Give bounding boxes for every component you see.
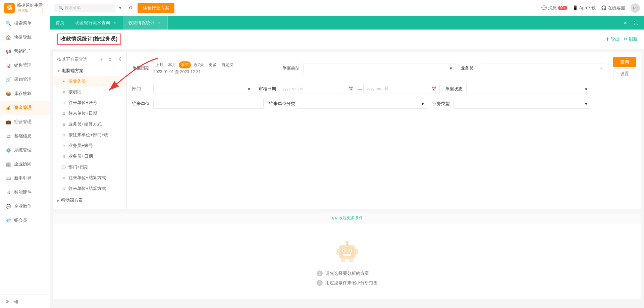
partner-input[interactable]: ··· [153, 99, 264, 109]
scheme-item-dept-date[interactable]: 🕐 部门+日期 [53, 162, 126, 172]
date-tab-7days[interactable]: 近7天 [192, 61, 206, 68]
tab-maximize-btn[interactable]: ⛶ [632, 19, 640, 27]
date-tab-this-year[interactable]: 本年 [179, 61, 191, 68]
table-icon: ⊡ [61, 100, 66, 105]
svg-point-6 [350, 250, 352, 252]
scheme-group-mobile[interactable]: ▶ 移动端方案 [53, 195, 126, 205]
user-avatar[interactable]: Rit [631, 3, 640, 13]
cart-icon: 🛒 [5, 76, 11, 83]
biz-type-input[interactable]: ▾ [453, 99, 590, 109]
export-icon: ⬆ [606, 37, 609, 42]
scheme-collapse-btn[interactable]: 《 [115, 56, 122, 63]
tab-bank[interactable]: 现金银行流水查询 × [70, 16, 123, 30]
scheme-group-desktop[interactable]: ▼ 电脑端方案 [53, 66, 126, 76]
app-download-btn[interactable]: 📱 App下载 [573, 5, 596, 11]
review-date-end[interactable]: yyyy-mm-dd 📅 [363, 84, 440, 94]
message-btn[interactable]: 💬 消息 99+ [541, 5, 567, 11]
filter-field-date: 单据日期 上月 本月 本年 近7天 更多 自定义 [132, 61, 277, 75]
sidebar-item-marketing[interactable]: 📢 营销推广 [0, 44, 50, 58]
sidebar-item-quicknav[interactable]: 🏠 快捷导航 [0, 30, 50, 44]
date-tab-last-month[interactable]: 上月 [153, 61, 165, 68]
trial-button[interactable]: 体验行业方案 [138, 3, 174, 13]
sidebar-item-operations[interactable]: 💼 经营管理 [0, 115, 50, 129]
scheme-item-salesperson-account[interactable]: ⊡ 业务员+账号 [53, 140, 126, 151]
sidebar-item-purchase[interactable]: 🛒 采购管理 [0, 72, 50, 87]
date-tab-this-month[interactable]: 本月 [166, 61, 178, 68]
scheme-item-label: 往来单位+结算方式 [68, 186, 106, 192]
sidebar-item-funds[interactable]: 💰 资金管理 [0, 101, 50, 115]
query-button[interactable]: 查询 [613, 57, 636, 67]
message-badge: 99+ [558, 6, 567, 10]
sidebar-bottom: ⚙ ◂▮ [0, 295, 50, 308]
action-btns: 查询 设置 [613, 57, 636, 79]
tab-bank-close[interactable]: × [112, 20, 117, 25]
scheme-item-label: 往来单位+结算方式 [68, 175, 106, 181]
scheme-item-salesperson-date[interactable]: ⚙ 业务员+日期 [53, 151, 126, 162]
mobile-group-expand-icon: ▶ [57, 199, 60, 202]
sidebar-item-label: 营销推广 [14, 48, 32, 54]
doctype-input[interactable]: ▾ [303, 63, 455, 73]
tab-collection-close[interactable]: × [157, 20, 162, 25]
scheme-item-partner-date[interactable]: ⊡ 往来单位+日期 [53, 108, 126, 119]
online-service-label: 在线客服 [608, 5, 625, 11]
sidebar-item-enterprise[interactable]: 🏢 企业协同 [0, 157, 50, 171]
scheme-item-label: 部门+日期 [68, 164, 89, 170]
date-tab-more[interactable]: 更多 [207, 61, 219, 68]
collapse-bar[interactable]: ∧∧ 收起更多条件 [53, 212, 641, 223]
page-actions: ⬆ 导出 ↻ 刷新 [606, 36, 637, 42]
scheme-item-partner-account[interactable]: ⊡ 往来单位+账号 [53, 97, 126, 108]
sidebar-item-hardware[interactable]: 🖨 智能硬件 [0, 185, 50, 199]
tab-home[interactable]: 首页 [50, 16, 70, 30]
empty-area: 1 请先选择要分析的方案 2 用过滤条件来缩小分析范围 [53, 223, 641, 299]
tab-close-all-btn[interactable]: ✕ [621, 19, 629, 27]
header-search-box[interactable]: 🔍 搜索菜单 [54, 4, 115, 12]
online-service-btn[interactable]: 🎧 在线客服 [601, 5, 625, 11]
sidebar-item-sales[interactable]: 📊 销售管理 [0, 58, 50, 72]
sidebar-item-vip[interactable]: 💎 畅会员 [0, 213, 50, 227]
dept-label: 部门 [132, 86, 151, 92]
export-btn[interactable]: ⬆ 导出 [606, 36, 620, 42]
scheme-item-partner-payment1[interactable]: ⊞ 往来单位+结算方式 [53, 172, 126, 183]
sidebar-item-system[interactable]: ⚙️ 系统管理 [0, 143, 50, 157]
scheme-item-partner-payment2[interactable]: ⊡ 往来单位+结算方式 [53, 183, 126, 194]
nav-dropdown-btn[interactable]: ▾ [116, 4, 124, 12]
scheme-item-label: 往来单位+日期 [68, 110, 97, 116]
scheme-item-partner-dept[interactable]: ⊡ 按往来单位+部门+收... [53, 130, 126, 140]
sidebar-item-wechat[interactable]: 💬 企业微信 [0, 199, 50, 213]
service-icon: 🎧 [601, 5, 606, 10]
scheme-panel: 按以下方案查询 + ⚙ 《 ▼ 电脑端方案 [53, 52, 127, 209]
scheme-item-label: 按业务员 [68, 78, 86, 84]
tab-collection[interactable]: 收款情况统计 × [123, 16, 168, 30]
empty-step-1: 1 请先选择要分析的方案 [317, 270, 378, 276]
sidebar-item-search[interactable]: 🔍 搜索菜单 [0, 16, 50, 30]
briefcase-icon: 💼 [5, 119, 11, 125]
export-label: 导出 [611, 36, 620, 42]
scheme-item-salesperson-payment[interactable]: ▤ 业务员+结算方式 [53, 119, 126, 130]
dept-input[interactable]: ▾ [153, 84, 253, 94]
svg-point-9 [346, 241, 348, 244]
scheme-item-by-salesperson[interactable]: ● 按业务员 [53, 76, 126, 87]
doctype-dropdown-icon: ▾ [450, 66, 452, 71]
settings-button[interactable]: 设置 [613, 68, 636, 79]
sidebar-item-guide[interactable]: 📖 新手引导 [0, 171, 50, 185]
scheme-settings-btn[interactable]: ⚙ [106, 56, 114, 63]
table2-icon: ⊡ [61, 111, 66, 116]
date-tab-custom[interactable]: 自定义 [219, 61, 235, 68]
sidebar-collapse-btn[interactable]: ◂▮ [13, 299, 18, 304]
scheme-add-btn[interactable]: + [98, 56, 105, 63]
review-date-end-text: yyyy-mm-dd [366, 87, 388, 91]
refresh-btn[interactable]: ↻ 刷新 [624, 36, 637, 42]
salesperson-input[interactable]: ··· [482, 63, 605, 73]
megaphone-icon: 📢 [5, 48, 11, 54]
review-date-start[interactable]: yyyy-mm-dd 📅 [280, 84, 356, 94]
partner-category-input[interactable]: ▾ [298, 99, 427, 109]
app-download-label: App下载 [579, 5, 596, 11]
sidebar-settings-btn[interactable]: ⚙ [5, 299, 9, 304]
header-settings-btn[interactable]: ⚙ [125, 3, 136, 13]
scheme-item-by-detail[interactable]: ⊞ 按明细 [53, 87, 126, 97]
scheme-item-label: 往来单位+账号 [68, 100, 97, 106]
doc-status-input[interactable]: ▾ [466, 84, 590, 94]
box-icon: 📦 [5, 91, 11, 97]
sidebar-item-inventory[interactable]: 📦 库存核算 [0, 87, 50, 101]
sidebar-item-basic[interactable]: 🗂 基础信息 [0, 129, 50, 143]
